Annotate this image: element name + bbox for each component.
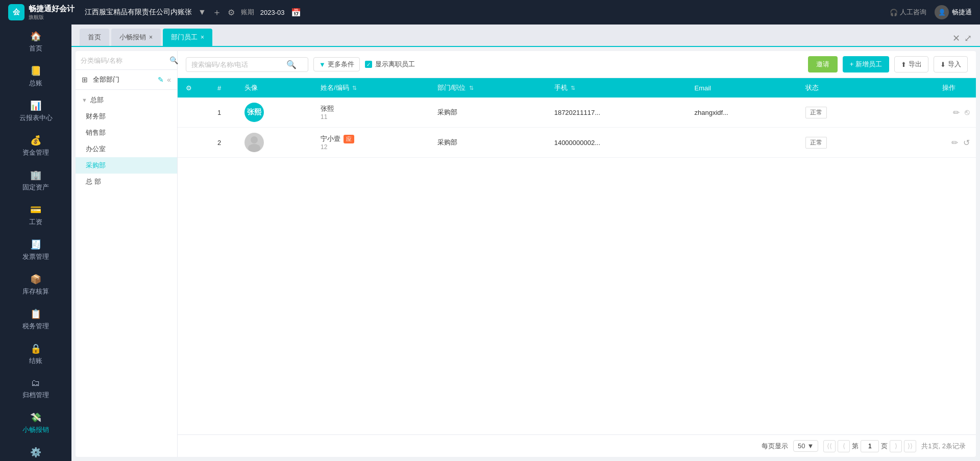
refresh-icon[interactable]: ↺ [963,138,970,148]
col-dept[interactable]: 部门/职位 ⇅ [431,78,548,98]
top-header: 会 畅捷通好会计 旗舰版 江西服宝精品有限责任公司内账张 ▼ ＋ ⚙ 账期 20… [0,0,980,25]
row-action-cell: ✏ ↺ [880,128,976,158]
tab-dept[interactable]: 部门员工 × [163,29,212,46]
sidebar-item-archive[interactable]: 🗂 归档管理 [0,372,71,406]
home-icon: 🏠 [30,31,41,42]
export-icon: ⬆ [901,61,906,68]
logo-text-area: 畅捷通好会计 旗舰版 [29,4,75,21]
sidebar-item-invoice[interactable]: 🧾 发票管理 [0,233,71,268]
emp-name-area: 宁小壹 应 [321,134,425,143]
dept-node-xiaoshou[interactable]: 销售部 [76,125,177,141]
sidebar-item-salary[interactable]: 💳 工资 [0,198,71,233]
sidebar-label-inventory: 库存核算 [22,287,49,296]
sidebar-item-fixed[interactable]: 🏢 固定资产 [0,163,71,198]
archive-icon: 🗂 [31,378,40,389]
search-icon[interactable]: 🔍 [286,60,297,69]
tab-controls: ✕ ⤢ [952,33,972,44]
window-close-button[interactable]: ✕ [952,33,960,44]
expand-arrow-icon: ▼ [82,97,87,103]
header-setting-icon[interactable]: ⚙ [228,8,235,17]
company-name: 江西服宝精品有限责任公司内账张 [85,8,192,17]
svg-point-0 [251,136,258,143]
emp-search-input[interactable] [191,61,283,68]
tab-home-label: 首页 [88,33,101,42]
export-button[interactable]: ⬆ 导出 [894,56,928,72]
company-dropdown[interactable]: ▼ [198,8,206,17]
emp-name: 宁小壹 [321,134,340,143]
dept-node-caiwu[interactable]: 财务部 [76,108,177,125]
invite-button[interactable]: 邀请 [808,56,838,72]
period-label: 账期 [241,8,254,17]
dept-node-label: 采购部 [86,161,106,170]
user-name: 畅捷通 [952,8,972,17]
user-area[interactable]: 👤 畅捷通 [935,5,972,19]
calendar-icon[interactable]: 📅 [291,8,301,17]
last-page-button[interactable]: ⟩⟩ [904,440,916,452]
tab-dept-close[interactable]: × [201,34,204,41]
col-settings[interactable]: ⚙ [178,78,200,98]
dept-collapse-icon[interactable]: « [167,76,171,84]
dept-search-icon[interactable]: 🔍 [169,56,178,64]
first-page-button[interactable]: ⟨⟨ [823,440,836,452]
dept-node-zongbu[interactable]: ▼ 总部 [76,92,177,108]
per-page-select[interactable]: 50 ▼ [793,440,818,452]
edit-icon[interactable]: ✏ [953,108,960,117]
employee-table: ⚙ # 头像 姓名/编码 ⇅ 部门/职位 ⇅ 手机 ⇅ Email 状态 操作 [178,78,976,158]
all-dept-label: 全部部门 [93,75,155,84]
col-num: # [200,78,238,98]
dept-node-caigou[interactable]: 采购部 [76,157,177,174]
sidebar-label-archive: 归档管理 [22,391,49,400]
dept-node-label: 办公室 [86,144,106,154]
tab-expense-label: 小畅报销 [119,33,146,42]
header-add-button[interactable]: ＋ [212,6,222,18]
row-num: 2 [200,128,238,158]
sidebar-label-home: 首页 [29,44,42,53]
dept-node-bangong[interactable]: 办公室 [76,141,177,157]
sidebar-label-salary: 工资 [29,217,42,227]
per-page-value: 50 [798,442,805,450]
content-area: 首页 小畅报销 × 部门员工 × ✕ ⤢ 🔍 [71,25,980,461]
dept-edit-icon[interactable]: ✎ [158,76,164,84]
sidebar-item-ledger[interactable]: 📒 总账 [0,59,71,94]
dept-search-input[interactable] [81,57,166,64]
row-name-cell: 宁小壹 应 12 [314,128,431,158]
dept-grid-icon: ⊞ [82,76,88,84]
sidebar-item-tax[interactable]: 📋 税务管理 [0,302,71,337]
dept-node-zong[interactable]: 总 部 [76,174,177,190]
sidebar-item-close[interactable]: 🔒 结账 [0,337,71,372]
col-phone[interactable]: 手机 ⇅ [548,78,689,98]
prev-page-button[interactable]: ⟨ [838,440,850,452]
header-center: 江西服宝精品有限责任公司内账张 ▼ ＋ ⚙ 账期 2023-03 📅 [80,6,890,18]
more-filter-button[interactable]: ▼ 更多条件 [313,57,360,71]
sidebar-item-settings[interactable]: ⚙️ 基础设置 [0,441,71,461]
tab-dept-label: 部门员工 [171,33,198,42]
page-content: 🔍 ⊞ 全部部门 ✎ « ▼ 总部 财务部 [76,51,976,457]
employee-panel: 🔍 ▼ 更多条件 ✓ 显示离职员工 邀请 + 新增员工 ⬆ [178,51,976,457]
sidebar-item-assets[interactable]: 💰 资金管理 [0,129,71,163]
logout-icon[interactable]: ⎋ [965,108,970,117]
tab-expense[interactable]: 小畅报销 × [111,29,161,46]
import-button[interactable]: ⬇ 导入 [934,56,968,72]
show-resigned-label: 显示离职员工 [375,60,415,69]
next-page-button[interactable]: ⟩ [890,440,902,452]
row-status-cell: 正常 [799,98,880,128]
sidebar-item-expense[interactable]: 💸 小畅报销 [0,406,71,441]
edit-icon[interactable]: ✏ [951,138,958,148]
tab-home[interactable]: 首页 [80,29,109,46]
employee-toolbar: 🔍 ▼ 更多条件 ✓ 显示离职员工 邀请 + 新增员工 ⬆ [178,51,976,78]
tab-expense-close[interactable]: × [149,34,153,41]
row-settings-cell [178,128,200,158]
sidebar-item-reports[interactable]: 📊 云报表中心 [0,94,71,129]
sidebar-item-home[interactable]: 🏠 首页 [0,25,71,59]
show-resigned-checkbox[interactable]: ✓ 显示离职员工 [365,60,415,69]
col-name[interactable]: 姓名/编码 ⇅ [314,78,431,98]
employee-table-container: ⚙ # 头像 姓名/编码 ⇅ 部门/职位 ⇅ 手机 ⇅ Email 状态 操作 [178,78,976,434]
sidebar-label-tax: 税务管理 [22,322,49,331]
sidebar-item-inventory[interactable]: 📦 库存核算 [0,268,71,302]
service-button[interactable]: 🎧 人工咨询 [890,8,926,17]
window-expand-button[interactable]: ⤢ [964,33,972,44]
add-employee-button[interactable]: + 新增员工 [843,56,889,72]
page-number-input[interactable] [861,440,879,452]
avatar [244,133,264,152]
row-email-cell [688,128,799,158]
